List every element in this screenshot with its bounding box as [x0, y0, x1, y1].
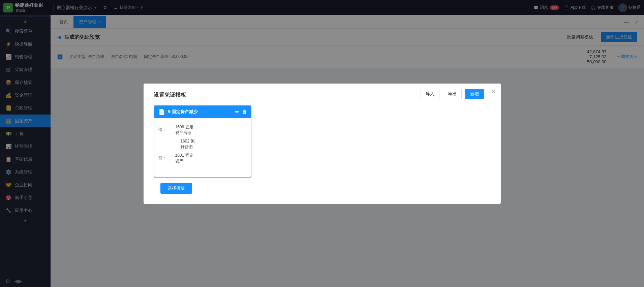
- template-row-2: 1602 累计折旧: [154, 137, 251, 151]
- template-delete-icon[interactable]: 🗑: [242, 109, 247, 115]
- app-wrapper: 好 畅捷通好业财 普及版 医疗器械行业演示 ▼ ⚙ ☁ 我要体验一下 💬 消息 …: [0, 0, 644, 287]
- import-button[interactable]: 导入: [421, 89, 439, 99]
- select-template-button[interactable]: 选择模板: [160, 183, 192, 194]
- template-col-headers: [154, 120, 251, 123]
- template-card-header: 📄 5-固定资产减少 ✏ 🗑: [154, 106, 251, 118]
- row1-account: 1606 固定资产清理: [175, 124, 195, 136]
- template-doc-icon: 📄: [158, 109, 165, 115]
- modal-action-buttons: 导入 导出 新增: [421, 89, 484, 99]
- modal-close-button[interactable]: ×: [492, 88, 495, 95]
- template-edit-icon[interactable]: ✏: [235, 109, 239, 115]
- row3-type: 贷：: [158, 155, 175, 161]
- row1-type: 借：: [158, 127, 175, 133]
- export-button[interactable]: 导出: [443, 89, 462, 99]
- row2-account: 1602 累计折旧: [175, 138, 195, 150]
- row3-account: 1601 固定资产: [175, 153, 195, 164]
- template-card: 📄 5-固定资产减少 ✏ 🗑: [154, 105, 251, 178]
- modal-set-template: 设置凭证模板 导入 导出 新增 × 📄: [144, 84, 501, 204]
- template-row-1: 借： 1606 固定资产清理: [154, 123, 251, 137]
- content-area: 首页 资产管理 × — ⤢ ◀ 生成的凭证预览 批量调整模板: [51, 15, 644, 287]
- template-name: 5-固定资产减少: [168, 109, 198, 115]
- template-row-3: 贷： 1601 固定资产: [154, 151, 251, 165]
- template-row-empty: [154, 165, 251, 175]
- modal-overlay: 设置凭证模板 导入 导出 新增 × 📄: [51, 15, 644, 287]
- template-body: 借： 1606 固定资产清理: [154, 118, 251, 177]
- template-header-left: 📄 5-固定资产减少: [158, 109, 198, 115]
- template-header-icons: ✏ 🗑: [235, 109, 247, 115]
- modal-body: 📄 5-固定资产减少 ✏ 🗑: [154, 105, 491, 194]
- select-template-area: 选择模板: [160, 183, 491, 194]
- new-template-button[interactable]: 新增: [465, 89, 484, 99]
- main-area: ▲ 🔍 搜索菜单 ⚡ 快捷导航 📈 销售管理 🛒 采购管理 📦 库存核算: [0, 15, 644, 287]
